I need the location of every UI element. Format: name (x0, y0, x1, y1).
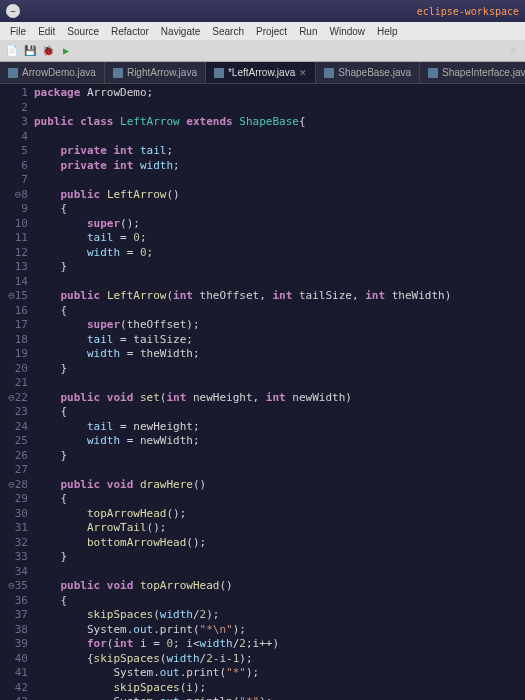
menu-window[interactable]: Window (323, 26, 371, 37)
code-line[interactable]: private int width; (34, 159, 525, 174)
line-number: 33 (0, 550, 28, 565)
code-line[interactable]: skipSpaces(i); (34, 681, 525, 696)
tab-label: *LeftArrow.java (228, 67, 295, 78)
line-number: 9 (0, 202, 28, 217)
code-line[interactable]: public void drawHere() (34, 478, 525, 493)
code-line[interactable]: } (34, 260, 525, 275)
line-number: 36 (0, 594, 28, 609)
line-number: 30 (0, 507, 28, 522)
line-number: 10 (0, 217, 28, 232)
code-line[interactable]: { (34, 594, 525, 609)
line-number: 3 (0, 115, 28, 130)
line-number: 24 (0, 420, 28, 435)
menu-search[interactable]: Search (206, 26, 250, 37)
toolbar: 📄 💾 🐞 ▶ ⊞ (0, 40, 525, 62)
code-line[interactable]: tail = newHeight; (34, 420, 525, 435)
run-icon[interactable]: ▶ (58, 43, 74, 59)
menu-refactor[interactable]: Refactor (105, 26, 155, 37)
code-line[interactable] (34, 275, 525, 290)
menu-source[interactable]: Source (61, 26, 105, 37)
line-number: 21 (0, 376, 28, 391)
line-number: 40 (0, 652, 28, 667)
code-line[interactable] (34, 376, 525, 391)
code-line[interactable]: width = 0; (34, 246, 525, 261)
close-icon[interactable]: ✕ (299, 68, 307, 78)
save-icon[interactable]: 💾 (22, 43, 38, 59)
line-number: 25 (0, 434, 28, 449)
code-line[interactable]: topArrowHead(); (34, 507, 525, 522)
code-line[interactable]: width = newWidth; (34, 434, 525, 449)
code-line[interactable]: { (34, 492, 525, 507)
line-number: 2 (0, 101, 28, 116)
code-line[interactable]: public LeftArrow() (34, 188, 525, 203)
tab-shapebase[interactable]: ShapeBase.java (316, 62, 420, 83)
java-file-icon (324, 68, 334, 78)
perspective-icon[interactable]: ⊞ (505, 43, 521, 59)
line-number: 29 (0, 492, 28, 507)
tab-leftarrow[interactable]: *LeftArrow.java✕ (206, 62, 316, 83)
tab-label: ArrowDemo.java (22, 67, 96, 78)
window-close-button[interactable]: − (6, 4, 20, 18)
line-number-gutter: 1 2 3 4 5 6 7⊖8 9 10 11 12 13 14⊖15 16 1… (0, 84, 34, 700)
code-line[interactable]: tail = 0; (34, 231, 525, 246)
line-number: 16 (0, 304, 28, 319)
code-line[interactable]: } (34, 449, 525, 464)
code-line[interactable]: { (34, 202, 525, 217)
menu-help[interactable]: Help (371, 26, 404, 37)
debug-icon[interactable]: 🐞 (40, 43, 56, 59)
code-line[interactable]: skipSpaces(width/2); (34, 608, 525, 623)
code-line[interactable]: public LeftArrow(int theOffset, int tail… (34, 289, 525, 304)
code-content[interactable]: package ArrowDemo;public class LeftArrow… (34, 84, 525, 700)
code-line[interactable]: private int tail; (34, 144, 525, 159)
code-line[interactable]: width = theWidth; (34, 347, 525, 362)
code-line[interactable]: {skipSpaces(width/2-i-1); (34, 652, 525, 667)
code-line[interactable]: tail = tailSize; (34, 333, 525, 348)
code-line[interactable]: ArrowTail(); (34, 521, 525, 536)
new-icon[interactable]: 📄 (4, 43, 20, 59)
code-line[interactable]: public void topArrowHead() (34, 579, 525, 594)
code-line[interactable]: public void set(int newHeight, int newWi… (34, 391, 525, 406)
code-line[interactable] (34, 463, 525, 478)
tab-label: ShapeInterface.java (442, 67, 525, 78)
code-line[interactable]: { (34, 405, 525, 420)
menu-project[interactable]: Project (250, 26, 293, 37)
code-line[interactable]: { (34, 304, 525, 319)
line-number: 27 (0, 463, 28, 478)
code-line[interactable]: System.out.print("*\n"); (34, 623, 525, 638)
code-line[interactable] (34, 101, 525, 116)
menu-edit[interactable]: Edit (32, 26, 61, 37)
line-number: 20 (0, 362, 28, 377)
code-line[interactable] (34, 173, 525, 188)
menu-run[interactable]: Run (293, 26, 323, 37)
line-number: ⊖22 (0, 391, 28, 406)
code-line[interactable]: System.out.println("*"); (34, 695, 525, 700)
line-number: 32 (0, 536, 28, 551)
menu-navigate[interactable]: Navigate (155, 26, 206, 37)
code-line[interactable]: public class LeftArrow extends ShapeBase… (34, 115, 525, 130)
menu-file[interactable]: File (4, 26, 32, 37)
code-line[interactable]: bottomArrowHead(); (34, 536, 525, 551)
line-number: 38 (0, 623, 28, 638)
code-line[interactable] (34, 565, 525, 580)
code-line[interactable]: package ArrowDemo; (34, 86, 525, 101)
editor-area[interactable]: 1 2 3 4 5 6 7⊖8 9 10 11 12 13 14⊖15 16 1… (0, 84, 525, 700)
code-line[interactable]: } (34, 362, 525, 377)
tab-rightarrow[interactable]: RightArrow.java (105, 62, 206, 83)
code-line[interactable]: System.out.print("*"); (34, 666, 525, 681)
code-line[interactable]: super(); (34, 217, 525, 232)
code-line[interactable]: } (34, 550, 525, 565)
line-number: ⊖35 (0, 579, 28, 594)
tab-label: ShapeBase.java (338, 67, 411, 78)
code-line[interactable]: super(theOffset); (34, 318, 525, 333)
line-number: 12 (0, 246, 28, 261)
workspace-label: eclipse-workspace (417, 6, 519, 17)
code-line[interactable]: for(int i = 0; i<width/2;i++) (34, 637, 525, 652)
tab-shapeinterface[interactable]: ShapeInterface.java (420, 62, 525, 83)
line-number: 34 (0, 565, 28, 580)
line-number: 19 (0, 347, 28, 362)
code-line[interactable] (34, 130, 525, 145)
java-file-icon (428, 68, 438, 78)
java-file-icon (113, 68, 123, 78)
tab-arrowdemo[interactable]: ArrowDemo.java (0, 62, 105, 83)
line-number: 23 (0, 405, 28, 420)
